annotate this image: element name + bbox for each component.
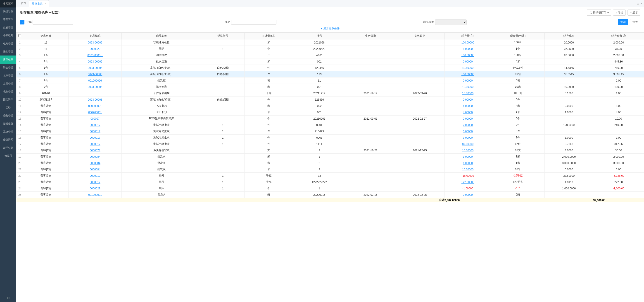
cell-spec	[201, 77, 244, 84]
export-button[interactable]: ↑ 导出	[613, 10, 626, 16]
col-name[interactable]: 商品名称	[122, 33, 201, 39]
main-area: 首页 库存批次 × ─ □ × 现存量查询(按仓库＋批次) 🖨 按模板打印 ▾ …	[16, 0, 644, 302]
cell-unit-cost: 0.0000	[545, 166, 593, 173]
cell-code: 0023-00005	[68, 58, 122, 65]
cell-spec: 1	[201, 179, 244, 185]
tab-home[interactable]: 首页	[18, 0, 29, 7]
col-batch[interactable]: 批号	[293, 33, 346, 39]
select-all-checkbox[interactable]	[18, 34, 21, 37]
sidebar-item-tax[interactable]: 税务管理	[0, 88, 16, 96]
sidebar-item-quick-nav[interactable]: 快捷导航	[0, 8, 16, 16]
col-qty-stock[interactable]: 现存量(包装)	[491, 33, 545, 39]
cell-batch: 20211217	[293, 90, 346, 96]
sidebar-item-cloud[interactable]: 云应用	[0, 152, 16, 160]
table-wrapper: 仓库名称 商品编码 商品名称 规格型号 主计量单位 批号 生产日期 失效日期 现…	[16, 32, 644, 302]
cell-prod-date	[346, 77, 395, 84]
product-input[interactable]	[231, 20, 276, 25]
sidebar-item-salary[interactable]: 工资	[0, 104, 16, 112]
tab-close-btn[interactable]: ×	[44, 3, 46, 5]
cell-unit-cost	[545, 77, 593, 84]
cell-unit-cost	[545, 192, 593, 198]
cell-batch: 0001	[293, 122, 346, 128]
cell-total-cost: 4.00	[593, 109, 644, 115]
setting-button[interactable]: 设置	[630, 19, 640, 25]
sidebar-item-finance[interactable]: 资金管理	[0, 64, 16, 72]
cell-name: 批号	[122, 173, 201, 179]
cell-idx: 24	[16, 185, 23, 192]
sidebar-item-ledger[interactable]: 总账管理	[0, 72, 16, 80]
cell-unit-cost: 1,000.0000	[545, 185, 593, 192]
cell-qty-stock: 122千克	[491, 179, 545, 185]
col-prod-date[interactable]: 生产日期	[346, 33, 395, 39]
search-button[interactable]: 查询	[618, 19, 628, 25]
maximize-icon[interactable]: □	[637, 2, 639, 5]
col-total-cost[interactable]: 结存金额 ⓘ	[593, 33, 644, 39]
cell-idx: 17	[16, 141, 23, 147]
sidebar-item-wholesale[interactable]: 批发管理	[0, 24, 16, 32]
sidebar-item-invoice[interactable]: 发票管理	[0, 80, 16, 88]
display-button[interactable]: ≡ 显示	[628, 10, 640, 16]
cell-warehouse: A01-01	[23, 90, 68, 96]
cell-unit-cost: 2,000.0000	[545, 154, 593, 160]
cell-idx: 3	[16, 52, 23, 58]
minimize-icon[interactable]: ─	[633, 2, 636, 5]
col-exp-date[interactable]: 失效日期	[395, 33, 444, 39]
cell-qty-main: 2.00000	[444, 122, 491, 128]
cell-batch: 3	[293, 166, 346, 173]
sidebar-item-purchase[interactable]: 采购管理	[0, 48, 16, 56]
cell-spec	[201, 39, 244, 46]
sidebar-item-system[interactable]: 系统管理	[0, 128, 16, 136]
cell-code: 0023-00008	[68, 96, 122, 103]
sidebar-item-ecom[interactable]: 电商管理	[0, 40, 16, 48]
col-warehouse[interactable]: 仓库名称	[23, 33, 68, 39]
sidebar-item-retail[interactable]: 零售管理	[0, 16, 16, 23]
cell-unit: 件	[244, 122, 293, 128]
cell-total-cost	[593, 192, 644, 198]
col-qty-main[interactable]: 现存量(主)	[444, 33, 491, 39]
table-row: 2 11 0000029 展际 1 个 20220429 1.00000 1个 …	[16, 46, 644, 52]
col-unit[interactable]: 主计量单位	[244, 33, 293, 39]
cell-unit: 柜	[244, 77, 293, 84]
cell-unit: 千克	[244, 173, 293, 179]
cell-exp-date	[395, 173, 444, 179]
cell-total-cost	[593, 96, 644, 103]
sidebar-item-fixed-assets[interactable]: 固定资产	[0, 96, 16, 103]
cell-qty-main: 10.00000	[444, 84, 491, 90]
sidebar-bottom: ⚙	[0, 294, 16, 302]
sidebar-item-management[interactable]: 经营管理	[0, 112, 16, 120]
cell-spec	[201, 58, 244, 65]
settings-icon[interactable]: ⚙	[6, 296, 10, 300]
cell-qty-stock: -1个	[491, 185, 545, 192]
cell-name: POS 批次	[122, 103, 201, 109]
cell-exp-date	[395, 77, 444, 84]
category-select[interactable]	[435, 20, 467, 25]
sidebar-search[interactable]: 搜索菜单	[0, 0, 16, 8]
sidebar-item-guide[interactable]: 新手引导	[0, 144, 16, 152]
col-code[interactable]: 商品编码	[68, 33, 122, 39]
cell-prod-date	[346, 103, 395, 109]
col-select[interactable]	[16, 33, 23, 39]
expand-filter-btn[interactable]: ▾ 展开更多条件	[321, 27, 340, 30]
cell-batch: 1222222222	[293, 179, 346, 185]
col-unit-cost[interactable]: 结存成本	[545, 33, 593, 39]
warehouse-input[interactable]	[32, 20, 73, 25]
cell-name: 测试电笔批次	[122, 134, 201, 141]
sidebar-item-collab[interactable]: 企业协同	[0, 136, 16, 144]
sidebar-item-inventory[interactable]: 库存核算	[0, 56, 16, 63]
sidebar-item-base-info[interactable]: 基础信息	[0, 120, 16, 127]
filter-collapse-btn[interactable]: ›	[20, 20, 24, 25]
col-spec[interactable]: 规格型号	[201, 33, 244, 39]
close-icon[interactable]: ×	[640, 2, 642, 5]
cell-qty-stock: 1个	[491, 46, 545, 52]
cell-prod-date	[346, 58, 395, 65]
cell-qty-stock: 10支	[491, 147, 545, 154]
sidebar-item-small-ecom[interactable]: 小额电商	[0, 32, 16, 39]
cell-unit: 米	[244, 39, 293, 46]
tab-active[interactable]: 库存批次 ×	[29, 0, 49, 7]
cell-code: 0000017	[68, 128, 122, 134]
cell-idx: 20	[16, 160, 23, 166]
print-button[interactable]: 🖨 按模板打印 ▾	[587, 10, 611, 16]
cell-batch: 001	[293, 84, 346, 90]
cell-exp-date	[395, 71, 444, 77]
cell-spec	[201, 103, 244, 109]
